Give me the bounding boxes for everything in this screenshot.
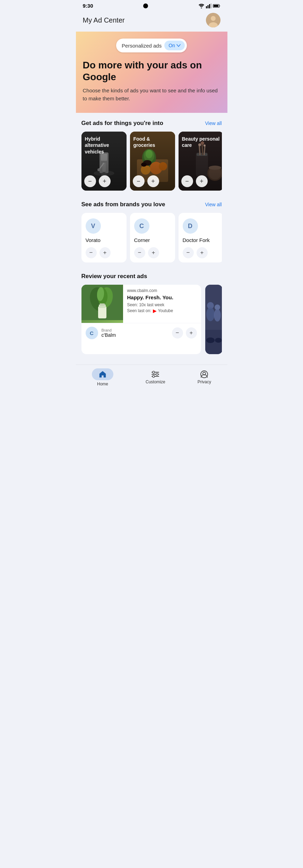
- brands-cards-row: V Vorato − + C Corner − + D Doctor Fork: [81, 213, 222, 262]
- ad-thumb-illustration: [81, 285, 123, 320]
- svg-rect-1: [206, 6, 207, 8]
- interest-card-increase-hybrid[interactable]: +: [99, 175, 111, 187]
- interest-card-actions-beauty: − +: [181, 175, 221, 187]
- ad-brand-info: C Brand c'Balm: [86, 327, 116, 339]
- ad-seen-count: Seen: 10x last week: [127, 302, 197, 308]
- ad-brand-decrease[interactable]: −: [172, 327, 183, 339]
- interests-section-header: Get ads for things you're into View all: [81, 120, 222, 127]
- interest-card-decrease-beauty[interactable]: −: [181, 175, 193, 187]
- ads-row: www.cbalm.com Happy. Fresh. You. Seen: 1…: [81, 285, 222, 354]
- ad-thumb-cbalm: [81, 285, 123, 323]
- ad-brand-label: Brand: [102, 328, 116, 332]
- svg-point-60: [156, 373, 158, 375]
- brand-name-corner: Corner: [134, 237, 150, 243]
- interest-card-title-food: Food & groceries: [133, 136, 172, 148]
- interest-card-beauty: Beauty personal care − +: [179, 132, 222, 191]
- svg-point-0: [201, 7, 202, 8]
- brands-section: See ads from brands you love View all V …: [76, 194, 227, 266]
- brand-card-doctorfork: D Doctor Fork − +: [179, 213, 222, 262]
- brand-logo-doctorfork: D: [183, 218, 198, 234]
- brand-actions-doctorfork: − +: [183, 247, 208, 258]
- toggle-on-button[interactable]: On: [164, 41, 185, 50]
- interests-section: Get ads for things you're into View all: [76, 113, 227, 194]
- chevron-down-icon: [176, 44, 181, 47]
- home-icon: [99, 370, 106, 378]
- privacy-icon: [200, 370, 208, 378]
- interest-card-food: Food & groceries − +: [130, 132, 175, 191]
- recent-ads-section: Review your recent ads: [76, 266, 227, 358]
- recent-ads-title: Review your recent ads: [81, 273, 222, 280]
- wifi-icon: [198, 3, 205, 8]
- hero-section: Personalized ads On Do more with your ad…: [76, 32, 227, 113]
- ad-brand-text: Brand c'Balm: [102, 328, 116, 338]
- brand-increase-corner[interactable]: +: [148, 247, 159, 258]
- status-icons: [198, 3, 220, 8]
- svg-point-8: [211, 16, 216, 21]
- youtube-icon: ▶: [153, 308, 157, 314]
- svg-point-59: [153, 371, 155, 373]
- svg-point-61: [153, 375, 155, 377]
- brand-actions-corner: − +: [134, 247, 159, 258]
- toggle-label: Personalized ads: [122, 43, 162, 49]
- hero-title: Do more with your ads on Google: [83, 59, 220, 83]
- ad-seen-on-label: Seen last on:: [127, 308, 152, 313]
- interests-view-all[interactable]: View all: [205, 120, 222, 126]
- svg-rect-47: [100, 303, 105, 306]
- interest-card-increase-food[interactable]: +: [147, 175, 159, 187]
- brand-logo-vorato: V: [86, 218, 101, 234]
- ad-brand-footer: C Brand c'Balm − +: [81, 323, 201, 343]
- nav-item-customize[interactable]: Customize: [146, 370, 165, 384]
- brand-card-vorato: V Vorato − +: [81, 213, 127, 262]
- nav-privacy-label: Privacy: [198, 379, 211, 384]
- status-bar: 9:30: [76, 0, 227, 10]
- brands-view-all[interactable]: View all: [205, 202, 222, 207]
- nav-item-privacy[interactable]: Privacy: [198, 370, 211, 384]
- bottom-nav: Home Customize Privacy: [76, 365, 227, 393]
- svg-point-52: [214, 309, 221, 322]
- svg-rect-6: [214, 5, 218, 7]
- ad-brand-logo: C: [86, 327, 98, 339]
- brand-decrease-vorato[interactable]: −: [86, 247, 97, 258]
- ad-headline: Happy. Fresh. You.: [127, 294, 197, 300]
- battery-icon: [213, 4, 220, 8]
- interest-card-decrease-hybrid[interactable]: −: [84, 175, 96, 187]
- interest-card-actions-hybrid: − +: [84, 175, 124, 187]
- user-avatar[interactable]: [206, 13, 220, 27]
- ad-seen-on: Seen last on: ▶ Youtube: [127, 308, 197, 314]
- interest-card-increase-beauty[interactable]: +: [196, 175, 208, 187]
- brand-increase-vorato[interactable]: +: [99, 247, 111, 258]
- brand-name-doctorfork: Doctor Fork: [183, 237, 210, 243]
- interest-card-title-hybrid: Hybrid alternative vehicles: [85, 136, 123, 155]
- hero-subtitle: Choose the kinds of ads you want to see …: [83, 87, 220, 102]
- ad-url: www.cbalm.com: [127, 288, 197, 293]
- brand-actions-vorato: − +: [86, 247, 111, 258]
- brand-decrease-corner[interactable]: −: [134, 247, 145, 258]
- brand-increase-doctorfork[interactable]: +: [197, 247, 208, 258]
- ad-card-cbalm: www.cbalm.com Happy. Fresh. You. Seen: 1…: [81, 285, 201, 354]
- nav-item-home[interactable]: Home: [92, 368, 113, 386]
- interest-card-actions-food: − +: [133, 175, 172, 187]
- personalized-toggle-container: Personalized ads On: [83, 39, 220, 52]
- brands-section-header: See ads from brands you love View all: [81, 201, 222, 208]
- nav-home-label: Home: [97, 382, 108, 386]
- ad-platform: Youtube: [158, 308, 173, 313]
- brand-decrease-doctorfork[interactable]: −: [183, 247, 194, 258]
- signal-icon: [206, 3, 211, 8]
- ad-info-cbalm: www.cbalm.com Happy. Fresh. You. Seen: 1…: [123, 285, 201, 323]
- camera-notch: [143, 3, 148, 8]
- svg-point-54: [206, 337, 215, 343]
- brand-name-vorato: Vorato: [86, 237, 101, 243]
- interest-card-hybrid: Hybrid alternative vehicles − +: [81, 132, 127, 191]
- status-time: 9:30: [83, 3, 93, 9]
- svg-rect-3: [209, 4, 210, 8]
- interest-card-decrease-food[interactable]: −: [133, 175, 145, 187]
- interest-card-title-beauty: Beauty personal care: [182, 136, 220, 148]
- customize-icon: [151, 370, 159, 378]
- brands-section-title: See ads from brands you love: [81, 201, 165, 208]
- ad-brand-increase[interactable]: +: [186, 327, 197, 339]
- ad-brand-actions: − +: [172, 327, 197, 339]
- svg-rect-4: [210, 3, 211, 8]
- toggle-pill: Personalized ads On: [116, 39, 187, 52]
- svg-point-63: [201, 371, 208, 378]
- ad-card-partial: [205, 285, 222, 354]
